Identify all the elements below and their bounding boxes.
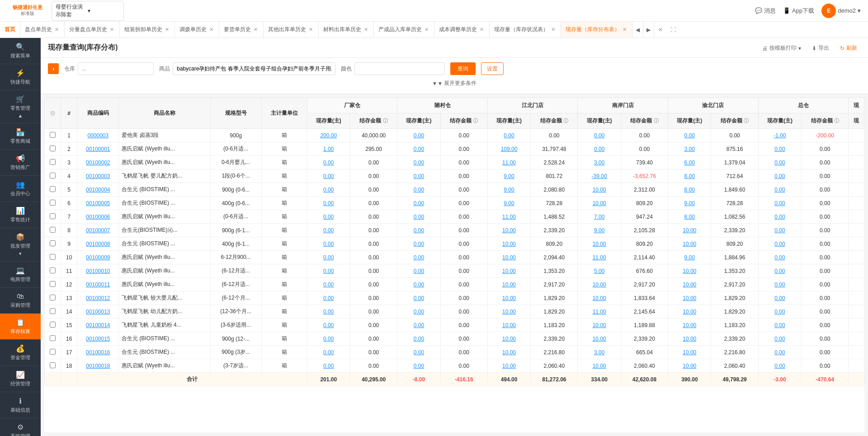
color-input[interactable] [354,62,445,75]
row-code[interactable]: 00100013 [77,305,119,319]
warehouse-input[interactable] [78,62,154,75]
row-v-stock[interactable]: 0.00 [397,237,440,251]
tab-prev-btn[interactable]: ◀ [632,22,643,38]
row-jb-stock[interactable]: 10.00 [487,237,530,251]
row-checkbox[interactable] [45,129,61,142]
sidebar-item-ecommerce[interactable]: 💻 电商管理 [0,262,41,288]
row-f-stock[interactable]: 0.00 [307,251,350,264]
row-yb-stock[interactable]: 6.00 [668,156,711,169]
row-jb-stock[interactable]: 10.00 [487,264,530,278]
row-jb-stock[interactable]: 10.00 [487,291,530,305]
row-jb-stock[interactable]: 11.00 [487,156,530,169]
row-v-stock[interactable]: 0.00 [397,346,440,359]
row-checkbox[interactable] [45,319,61,332]
tab-9-close[interactable]: ✕ [479,26,485,33]
row-f-stock[interactable]: 0.00 [307,169,350,183]
row-f-stock[interactable]: 0.00 [307,156,350,169]
row-na-stock[interactable]: 10.00 [578,278,621,291]
row-na-stock[interactable]: 11.00 [578,305,621,319]
row-checkbox[interactable] [45,197,61,210]
sidebar-item-inventory[interactable]: 📋 库存核算 [0,314,41,340]
row-jb-stock[interactable]: 9.00 [487,183,530,197]
row-yb-stock[interactable]: 10.00 [668,224,711,237]
row-yb-stock[interactable]: 0.00 [668,129,711,142]
row-code[interactable]: 00100009 [77,251,119,264]
row-yb-stock[interactable]: 9.00 [668,197,711,210]
row-v-stock[interactable]: 0.00 [397,291,440,305]
sidebar-item-retail-stats[interactable]: 📊 零售统计 [0,202,41,228]
print-btn[interactable]: 🖨 按模板打印 ▾ [759,42,805,54]
row-jb-stock[interactable]: 0.00 [487,129,530,142]
row-yb-stock[interactable]: 8.00 [668,169,711,183]
row-f-stock[interactable]: 0.00 [307,183,350,197]
row-yb-stock[interactable]: 10.00 [668,264,711,278]
row-checkbox[interactable] [45,237,61,251]
row-na-stock[interactable]: 10.00 [578,183,621,197]
row-yb-stock[interactable]: 10.00 [668,278,711,291]
tab-2-close[interactable]: ✕ [109,26,115,33]
row-f-stock[interactable]: 200.00 [307,129,350,142]
row-jb-stock[interactable]: 9.00 [487,197,530,210]
row-checkbox[interactable] [45,169,61,183]
row-yb-stock[interactable]: 10.00 [668,359,711,373]
row-v-stock[interactable]: 0.00 [397,305,440,319]
row-na-stock[interactable]: 10.00 [578,237,621,251]
row-f-stock[interactable]: 0.00 [307,305,350,319]
row-code[interactable]: 00100008 [77,237,119,251]
row-checkbox[interactable] [45,210,61,224]
row-na-stock[interactable]: 9.00 [578,224,621,237]
sidebar-item-system[interactable]: ⚙ 系统管理 [0,418,41,436]
row-yb-stock[interactable]: 10.00 [668,319,711,332]
row-v-stock[interactable]: 0.00 [397,169,440,183]
row-t-stock[interactable]: 0.00 [758,142,801,156]
row-yb-stock[interactable]: 3.00 [668,142,711,156]
row-jb-stock[interactable]: 9.00 [487,169,530,183]
tab-11[interactable]: 现存量（库存分布表） ✕ [561,22,632,38]
row-t-stock[interactable]: 0.00 [758,359,801,373]
row-t-stock[interactable]: 0.00 [758,319,801,332]
tab-home[interactable]: 首页 [0,22,20,38]
row-checkbox[interactable] [45,183,61,197]
row-v-stock[interactable]: 0.00 [397,197,440,210]
row-code[interactable]: 0000003 [77,129,119,142]
row-jb-stock[interactable]: 109.00 [487,142,530,156]
sidebar-item-ops[interactable]: 📈 经营管理 [0,366,41,392]
row-f-stock[interactable]: 1.00 [307,142,350,156]
row-code[interactable]: 00100006 [77,210,119,224]
row-checkbox[interactable] [45,346,61,359]
row-t-stock[interactable]: 0.00 [758,210,801,224]
tab-4[interactable]: 调拨单历史 ✕ [175,22,219,38]
search-btn[interactable]: 查询 [450,62,476,75]
row-checkbox[interactable] [45,332,61,346]
tab-8-close[interactable]: ✕ [424,26,429,33]
row-yb-stock[interactable]: 10.00 [668,332,711,346]
row-checkbox[interactable] [45,264,61,278]
tab-7-close[interactable]: ✕ [363,26,369,33]
row-code[interactable]: 00100015 [77,332,119,346]
tab-6[interactable]: 其他出库单历史 ✕ [264,22,319,38]
tab-1[interactable]: 盘点单历史 ✕ [20,22,65,38]
row-checkbox[interactable] [45,278,61,291]
row-checkbox[interactable] [45,156,61,169]
row-f-stock[interactable]: 0.00 [307,359,350,373]
row-code[interactable]: 00100011 [77,278,119,291]
row-jb-stock[interactable]: 10.00 [487,224,530,237]
sidebar-item-search[interactable]: 🔍 搜索英单 [0,38,41,64]
sidebar-item-purchase[interactable]: 🛍 采购管理 [0,288,41,314]
row-na-stock[interactable]: 3.00 [578,346,621,359]
sidebar-item-member[interactable]: 👥 会员中心 [0,176,41,202]
row-t-stock[interactable]: 0.00 [758,305,801,319]
row-na-stock[interactable]: 10.00 [578,359,621,373]
row-code[interactable]: 00100018 [77,359,119,373]
row-na-stock[interactable]: 0.00 [578,129,621,142]
sidebar-item-wholesale[interactable]: 📦 批发管理 ▾ [0,228,41,262]
row-na-stock[interactable]: 10.00 [578,319,621,332]
row-v-stock[interactable]: 0.00 [397,129,440,142]
row-checkbox[interactable] [45,142,61,156]
tab-10[interactable]: 现存量（库存状况表） ✕ [490,22,561,38]
row-jb-stock[interactable]: 10.00 [487,359,530,373]
col-settings[interactable]: ⚙ [45,98,61,129]
row-checkbox[interactable] [45,359,61,373]
goods-input[interactable] [173,62,335,75]
row-t-stock[interactable]: -1.00 [758,129,801,142]
